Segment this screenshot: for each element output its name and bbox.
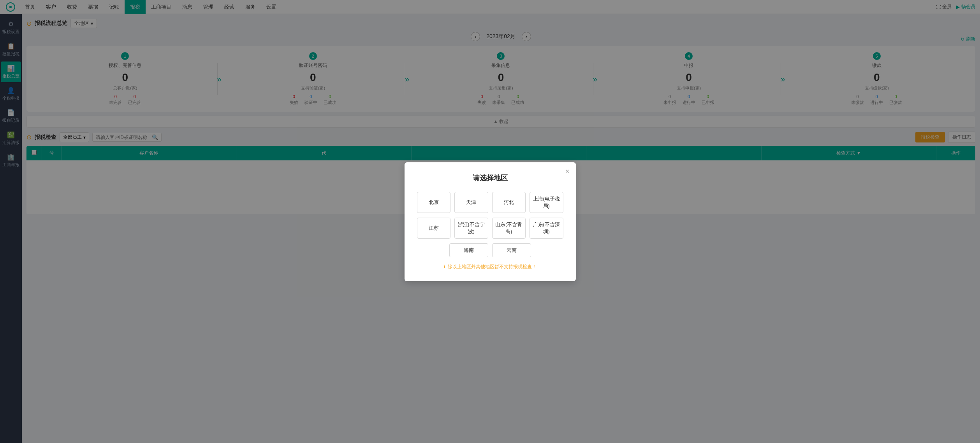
region-btn-zhejiang[interactable]: 浙江(不含宁波)	[454, 218, 488, 239]
modal-overlay: × 请选择地区 北京 天津 河北 上海(电子税局) 江苏 浙江(不含宁波) 山东…	[0, 0, 980, 443]
region-grid-row1: 北京 天津 河北 上海(电子税局)	[417, 192, 563, 213]
region-select-modal: × 请选择地区 北京 天津 河北 上海(电子税局) 江苏 浙江(不含宁波) 山东…	[405, 162, 576, 281]
region-btn-hebei[interactable]: 河北	[492, 192, 526, 213]
region-btn-hainan[interactable]: 海南	[449, 243, 488, 257]
region-btn-beijing[interactable]: 北京	[417, 192, 451, 213]
region-btn-jiangsu[interactable]: 江苏	[417, 218, 451, 239]
region-btn-yunnan[interactable]: 云南	[492, 243, 531, 257]
region-btn-tianjin[interactable]: 天津	[454, 192, 488, 213]
warning-icon: ℹ	[443, 264, 445, 269]
modal-close-btn[interactable]: ×	[565, 168, 570, 175]
region-grid-row3: 海南 云南	[417, 243, 563, 257]
region-btn-guangdong[interactable]: 广东(不含深圳)	[530, 218, 563, 239]
modal-title: 请选择地区	[417, 173, 563, 183]
region-btn-shanghai[interactable]: 上海(电子税局)	[530, 192, 563, 213]
modal-warning: ℹ 除以上地区外其他地区暂不支持报税检查！	[417, 264, 563, 270]
region-grid-row2: 江苏 浙江(不含宁波) 山东(不含青岛) 广东(不含深圳)	[417, 218, 563, 239]
region-btn-shandong[interactable]: 山东(不含青岛)	[492, 218, 526, 239]
